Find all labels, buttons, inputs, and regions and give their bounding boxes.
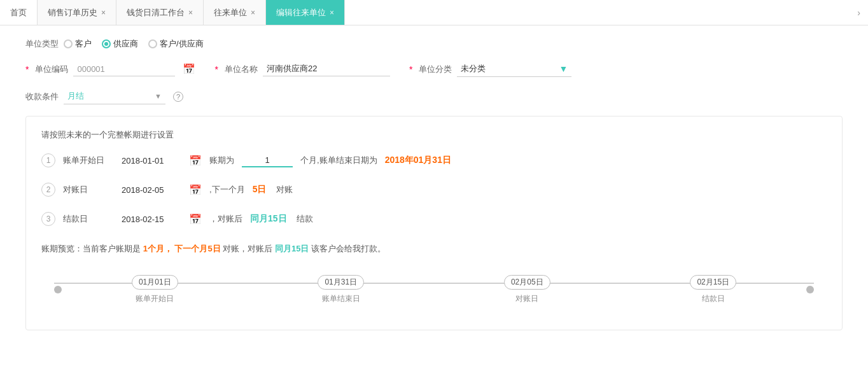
unit-name-label: 单位名称 — [225, 64, 258, 75]
radio-customer-circle — [64, 39, 73, 48]
step-2-highlight-part: 5日 — [253, 184, 267, 195]
timeline-point-3: 02月05日 对账日 — [504, 275, 550, 304]
step-2-desc-suffix: 对账 — [274, 184, 293, 195]
step-2-cal-icon[interactable]: 📅 — [189, 184, 202, 196]
tab-sales-history-close[interactable]: × — [101, 8, 106, 17]
tab-partner-close[interactable]: × — [251, 8, 255, 17]
timeline-container: 01月01日 账单开始日 01月31日 账单结束日 02月05日 对账日 — [41, 269, 827, 317]
unit-type-label: 单位类型 — [25, 38, 59, 50]
timeline-badge-3: 02月05日 — [504, 275, 550, 290]
step-1-cal-icon[interactable]: 📅 — [189, 155, 202, 167]
step-1-num: 1 — [41, 153, 55, 167]
radio-customer-label: 客户 — [75, 38, 92, 50]
unit-code-icon[interactable]: 📅 — [183, 63, 195, 75]
step-2-row: 2 对账日 2018-02-05 📅 ,下一个月 5日 对账 — [41, 183, 827, 197]
preview-part1: 1个月， — [143, 244, 172, 253]
timeline-badge-4: 02月15日 — [690, 275, 736, 290]
timeline-point-1: 01月01日 账单开始日 — [132, 275, 178, 304]
help-icon[interactable]: ? — [173, 92, 183, 102]
step-1-highlight-date: 2018年01月31日 — [385, 155, 451, 166]
payment-cond-value: 月结 — [67, 90, 155, 102]
preview-label: 账期预览：当前客户账期是 — [41, 244, 141, 253]
timeline-badge-2: 01月31日 — [318, 275, 364, 290]
unit-name-star: * — [214, 64, 218, 74]
unit-code-item: * 单位编码 📅 — [25, 62, 195, 76]
unit-classify-value: 未分类 — [461, 63, 555, 74]
timeline-label-4: 结款日 — [702, 293, 725, 304]
timeline-label-3: 对账日 — [515, 293, 538, 304]
radio-supplier-circle — [102, 39, 111, 48]
unit-name-input[interactable] — [263, 62, 390, 76]
preview-text: 账期预览：当前客户账期是 1个月， 下一个月5日 对账，对账后 同月15日 该客… — [41, 241, 827, 256]
preview-end: 该客户会给我打款。 — [311, 244, 386, 253]
tab-partner-label: 往来单位 — [214, 7, 247, 18]
timeline-badge-1: 01月01日 — [132, 275, 178, 290]
unit-classify-label: 单位分类 — [419, 64, 452, 75]
tab-home-label: 首页 — [10, 7, 27, 18]
step-3-date: 2018-02-15 — [122, 215, 179, 224]
tab-sales-history-label: 销售订单历史 — [48, 7, 97, 18]
step-3-cal-icon[interactable]: 📅 — [189, 213, 202, 225]
payment-cond-chevron-icon: ▼ — [155, 92, 162, 100]
step-3-num: 3 — [41, 212, 55, 226]
unit-code-label: 单位编码 — [35, 64, 68, 75]
preview-part2: 下一个月5日 — [174, 244, 220, 253]
step-1-date: 2018-01-01 — [122, 156, 179, 165]
radio-both-circle — [148, 39, 157, 48]
tab-cash-work[interactable]: 钱货日清工作台 × — [116, 0, 204, 25]
payment-cond-row: 收款条件 月结 ▼ ? — [25, 88, 843, 104]
step-2-num: 2 — [41, 183, 55, 197]
unit-type-item: 单位类型 客户 供应商 客户/供应商 — [25, 38, 204, 50]
radio-supplier-label: 供应商 — [113, 38, 138, 50]
step-3-row: 3 结款日 2018-02-15 📅 ，对账后 同月15日 结款 — [41, 212, 827, 226]
step-1-row: 1 账单开始日 2018-01-01 📅 账期为 个月,账单结束日期为 2018… — [41, 153, 827, 167]
radio-group-unit-type: 客户 供应商 客户/供应商 — [64, 38, 204, 50]
tab-cash-work-label: 钱货日清工作台 — [127, 7, 185, 18]
tab-edit-partner[interactable]: 编辑往来单位 × — [266, 0, 345, 25]
unit-code-star: * — [25, 64, 29, 74]
timeline-label-2: 账单结束日 — [322, 293, 360, 304]
step-3-desc-prefix: ，对账后 — [209, 213, 242, 225]
settings-panel: 请按照未来的一个完整帐期进行设置 1 账单开始日 2018-01-01 📅 账期… — [25, 116, 843, 330]
step-2-label: 对账日 — [63, 184, 114, 195]
tabs-arrow[interactable]: › — [850, 0, 868, 25]
preview-part3: 同月15日 — [275, 244, 309, 253]
tabs-bar: 首页 销售订单历史 × 钱货日清工作台 × 往来单位 × 编辑往来单位 × › — [0, 0, 868, 25]
timeline-end-dot — [806, 286, 814, 293]
timeline-point-4: 02月15日 结款日 — [690, 275, 736, 304]
main-content: 单位类型 客户 供应商 客户/供应商 * 单位编码 — [0, 25, 868, 387]
unit-info-row: * 单位编码 📅 * 单位名称 * 单位分类 未分类 ▼ — [25, 61, 843, 77]
tab-partner[interactable]: 往来单位 × — [204, 0, 266, 25]
step-2-date: 2018-02-05 — [122, 185, 179, 195]
step-3-desc-suffix: 结款 — [295, 213, 314, 225]
timeline-start-dot — [54, 286, 62, 293]
unit-type-row: 单位类型 客户 供应商 客户/供应商 — [25, 38, 843, 50]
step-3-label: 结款日 — [63, 213, 114, 225]
period-input[interactable] — [242, 154, 293, 167]
step-1-desc-suffix: 个月,账单结束日期为 — [300, 155, 377, 166]
timeline-label-1: 账单开始日 — [136, 293, 174, 304]
unit-classify-select[interactable]: 未分类 ▼ — [457, 61, 571, 77]
step-2-desc-prefix: ,下一个月 — [209, 184, 245, 195]
timeline: 01月01日 账单开始日 01月31日 账单结束日 02月05日 对账日 — [54, 269, 814, 317]
payment-cond-label: 收款条件 — [25, 91, 59, 102]
tab-sales-history[interactable]: 销售订单历史 × — [38, 0, 116, 25]
payment-cond-select[interactable]: 月结 ▼ — [64, 88, 165, 104]
radio-customer[interactable]: 客户 — [64, 38, 92, 50]
radio-both-label: 客户/供应商 — [160, 38, 204, 50]
radio-both[interactable]: 客户/供应商 — [148, 38, 204, 50]
tab-home[interactable]: 首页 — [0, 0, 38, 25]
step-1-desc-prefix: 账期为 — [209, 155, 234, 166]
step-3-highlight-part: 同月15日 — [250, 213, 287, 225]
unit-code-input[interactable] — [73, 62, 175, 76]
panel-title: 请按照未来的一个完整帐期进行设置 — [41, 129, 827, 141]
unit-classify-item: * 单位分类 未分类 ▼ — [409, 61, 571, 77]
tab-edit-partner-label: 编辑往来单位 — [276, 7, 326, 18]
tab-cash-work-close[interactable]: × — [188, 8, 193, 17]
unit-classify-star: * — [409, 64, 412, 74]
tab-edit-partner-close[interactable]: × — [330, 8, 334, 17]
preview-mid: 对账，对账后 — [223, 244, 272, 253]
step-1-label: 账单开始日 — [63, 155, 114, 166]
classify-chevron-icon: ▼ — [559, 64, 568, 74]
radio-supplier[interactable]: 供应商 — [102, 38, 138, 50]
